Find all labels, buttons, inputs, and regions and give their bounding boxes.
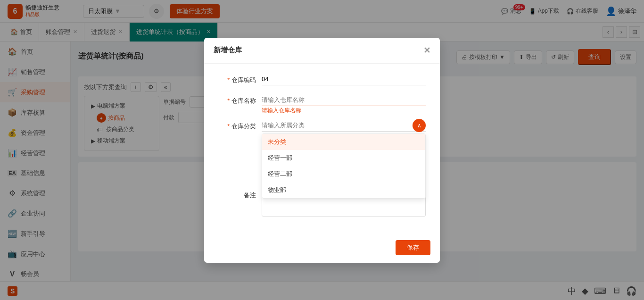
dialog-title: 新增仓库 [214,46,242,55]
dropdown-item-dept3[interactable]: 物业部 [262,182,425,198]
dialog-body: 仓库编码 仓库名称 请输入仓库名称 仓库分类 ∧ 未分类 经营一部 [204,64,440,234]
dropdown-item-uncategorized[interactable]: 未分类 [262,134,425,150]
dialog-overlay: 新增仓库 ✕ 仓库编码 仓库名称 请输入仓库名称 仓库分类 ∧ [0,0,644,300]
dropdown-item-dept2[interactable]: 经营二部 [262,166,425,182]
code-input[interactable] [262,73,426,85]
dropdown-item-dept1[interactable]: 经营一部 [262,150,425,166]
category-input[interactable] [262,119,426,132]
remark-label: 备注 [218,188,256,200]
category-dropdown-button[interactable]: ∧ [413,119,426,132]
form-row-category: 仓库分类 ∧ 未分类 经营一部 经营二部 物业部 [218,119,426,132]
save-button[interactable]: 保存 [396,240,430,255]
dialog-header: 新增仓库 ✕ [204,38,440,64]
category-select-wrap: ∧ 未分类 经营一部 经营二部 物业部 [262,119,426,132]
form-row-name: 仓库名称 请输入仓库名称 [218,94,426,106]
category-dropdown-list: 未分类 经营一部 经营二部 物业部 [262,133,426,199]
name-input[interactable] [262,94,426,106]
code-label: 仓库编码 [218,73,256,84]
name-label: 仓库名称 [218,94,256,105]
dialog-close-button[interactable]: ✕ [423,45,430,56]
dialog-footer: 保存 [204,234,440,263]
name-error-msg: 请输入仓库名称 [262,107,301,115]
new-warehouse-dialog: 新增仓库 ✕ 仓库编码 仓库名称 请输入仓库名称 仓库分类 ∧ [204,38,440,263]
form-row-code: 仓库编码 [218,73,426,85]
category-label: 仓库分类 [218,119,256,131]
